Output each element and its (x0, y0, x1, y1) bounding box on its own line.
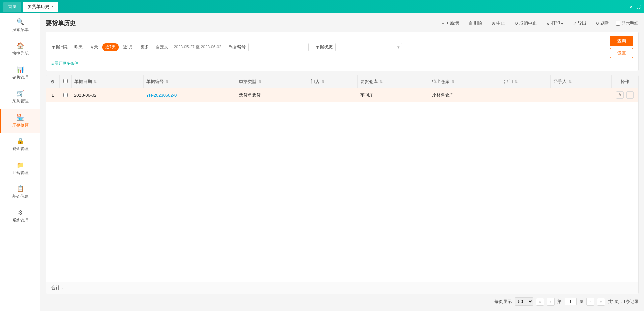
column-settings-icon[interactable]: ⚙ (51, 79, 55, 84)
doc-number-input[interactable] (248, 43, 309, 51)
purchase-mgmt-icon: 🛒 (17, 90, 24, 97)
cancel-stop-button[interactable]: ↺ 取消中止 (512, 19, 539, 28)
content-area: 要货单历史 ＋ + 新增 🗑 删除 ⊘ 中止 ↺ 取消中止 (40, 13, 644, 311)
sidebar-item-sales-mgmt[interactable]: 📊 销售管理 (0, 61, 40, 85)
tab-home-label: 首页 (8, 4, 17, 10)
row-num: 1 (51, 93, 54, 98)
sidebar-item-quick-nav-label: 快捷导航 (12, 51, 29, 56)
th-doc-date-label: 单据日期 (74, 79, 92, 84)
sidebar-item-inventory[interactable]: 🏪 库存核算 (0, 109, 40, 133)
ops-mgmt-icon: 📁 (17, 161, 24, 169)
row-edit-icon[interactable]: ✎ (616, 91, 624, 99)
tab-requisition-label: 要货单历史 (28, 4, 49, 10)
print-button[interactable]: 🖨 打印 ▾ (543, 19, 566, 28)
print-icon: 🖨 (546, 21, 550, 26)
th-checkbox (59, 75, 71, 88)
doc-number-link[interactable]: YH-20230602-0 (146, 93, 177, 98)
last-page-button[interactable]: » (597, 298, 605, 306)
sidebar-item-system-mgmt[interactable]: ⚙ 系统管理 (0, 204, 40, 228)
next-page-button[interactable]: › (586, 298, 594, 306)
sidebar-item-ops-mgmt[interactable]: 📁 经营管理 (0, 157, 40, 180)
table-row: 1 2023-06-02 YH-20230602-0 要货单要货 (46, 88, 638, 102)
page-label-before: 第 (557, 299, 562, 305)
delete-button[interactable]: 🗑 删除 (466, 19, 485, 28)
add-button[interactable]: ＋ + 新增 (438, 19, 462, 28)
settings-button[interactable]: 设置 (610, 48, 633, 58)
tab-requisition-history[interactable]: 要货单历史 × (23, 2, 58, 12)
td-operations: ✎ ⋮⋮ (611, 88, 638, 102)
th-doc-number-label: 单据编号 (146, 79, 164, 84)
doc-status-select[interactable] (335, 43, 402, 51)
td-checkbox (59, 88, 71, 102)
th-store-label: 门店 (311, 79, 319, 84)
toolbar: ＋ + 新增 🗑 删除 ⊘ 中止 ↺ 取消中止 🖨 打印 (438, 19, 639, 28)
sidebar-item-finance-mgmt-label: 资金管理 (12, 146, 29, 152)
td-doc-number: YH-20230602-0 (143, 88, 236, 102)
sidebar-item-finance-mgmt[interactable]: 🔒 资金管理 (0, 133, 40, 157)
row-more-icon[interactable]: ⋮⋮ (626, 91, 634, 99)
refresh-button[interactable]: ↻ 刷新 (593, 19, 612, 28)
th-doc-type-sort-icon[interactable]: ⇅ (258, 80, 261, 84)
date-btn-1month[interactable]: 近1月 (120, 43, 137, 51)
prev-page-button[interactable]: ‹ (547, 298, 555, 306)
th-store-sort-icon[interactable]: ⇅ (321, 80, 324, 84)
date-btn-7days[interactable]: 近7天 (102, 43, 119, 51)
top-bar: 首页 要货单历史 × ✕ ⛶ (0, 0, 644, 13)
th-doc-type-label: 单据类型 (239, 79, 256, 84)
stop-button[interactable]: ⊘ 中止 (489, 19, 508, 28)
date-btn-yesterday[interactable]: 昨天 (71, 43, 86, 51)
query-button[interactable]: 查询 (610, 36, 633, 46)
select-all-checkbox[interactable] (63, 79, 68, 83)
sidebar-item-quick-nav[interactable]: 🏠 快捷导航 (0, 37, 40, 61)
row-checkbox[interactable] (63, 93, 68, 97)
page-label-after: 页 (579, 299, 584, 305)
search-menu-icon: 🔍 (17, 18, 24, 26)
page-number-input[interactable] (565, 298, 577, 305)
export-button[interactable]: ↗ 导出 (570, 19, 589, 28)
th-department-label: 部门 (504, 79, 513, 84)
sidebar-item-sales-mgmt-label: 销售管理 (12, 75, 29, 80)
th-pending-warehouse-sort-icon[interactable]: ⇅ (451, 80, 454, 84)
sidebar-item-basic-info[interactable]: 📋 基础信息 (0, 180, 40, 204)
date-filter-label: 单据日期 (51, 44, 69, 50)
filter-panel: 单据日期 昨天 今天 近7天 近1月 更多 自定义 2023-05-27 至 2… (46, 32, 639, 71)
table-wrap: ⚙ 单据日期 ⇅ 单据编号 ⇅ (46, 75, 639, 294)
footer-summary-label: 合计： (51, 285, 64, 291)
date-filter-item: 单据日期 昨天 今天 近7天 近1月 更多 自定义 2023-05-27 至 2… (51, 43, 221, 51)
th-doc-number-sort-icon[interactable]: ⇅ (165, 80, 168, 84)
sidebar-item-purchase-mgmt-label: 采购管理 (12, 98, 29, 104)
date-btn-today[interactable]: 今天 (87, 43, 101, 51)
close-window-icon[interactable]: ✕ (629, 4, 633, 9)
fullscreen-icon[interactable]: ⛶ (636, 4, 641, 9)
th-doc-date-sort-icon[interactable]: ⇅ (94, 80, 97, 84)
display-detail-label: 显示明细 (621, 20, 639, 26)
th-req-warehouse-sort-icon[interactable]: ⇅ (380, 80, 383, 84)
sidebar-item-purchase-mgmt[interactable]: 🛒 采购管理 (0, 85, 40, 109)
th-doc-number: 单据编号 ⇅ (143, 75, 236, 88)
sidebar-item-system-mgmt-label: 系统管理 (12, 218, 29, 223)
cancel-stop-label: 取消中止 (519, 20, 537, 26)
display-detail-checkbox[interactable] (616, 21, 620, 26)
first-page-button[interactable]: « (536, 298, 544, 306)
add-icon: ＋ (441, 20, 445, 26)
doc-number-filter-item: 单据编号 (228, 43, 309, 51)
td-row-num: 1 (46, 88, 59, 102)
td-doc-type: 要货单要货 (236, 88, 308, 102)
delete-label: 删除 (474, 20, 482, 26)
date-btn-custom[interactable]: 自定义 (153, 43, 171, 51)
date-btn-more[interactable]: 更多 (138, 43, 152, 51)
sidebar-item-search-menu[interactable]: 🔍 搜索菜单 (0, 13, 40, 37)
th-department-sort-icon[interactable]: ⇅ (515, 80, 518, 84)
display-detail-button[interactable]: 显示明细 (616, 20, 639, 26)
tab-close-icon[interactable]: × (51, 4, 54, 9)
delete-icon: 🗑 (468, 21, 473, 26)
main-layout: 🔍 搜索菜单 🏠 快捷导航 📊 销售管理 🛒 采购管理 🏪 库存核算 🔒 资金管… (0, 13, 644, 311)
tab-home[interactable]: 首页 (3, 2, 21, 12)
th-doc-date: 单据日期 ⇅ (71, 75, 143, 88)
page-size-select[interactable]: 20 50 100 (515, 297, 533, 306)
th-handler-sort-icon[interactable]: ⇅ (569, 80, 572, 84)
th-handler: 经手人 ⇅ (551, 75, 611, 88)
expand-more-button[interactable]: ≡ 展开更多条件 (51, 61, 633, 66)
pagination-bar: 每页显示 20 50 100 « ‹ 第 页 › » 共1页，1条记录 (46, 294, 639, 306)
th-operations: 操作 (611, 75, 638, 88)
